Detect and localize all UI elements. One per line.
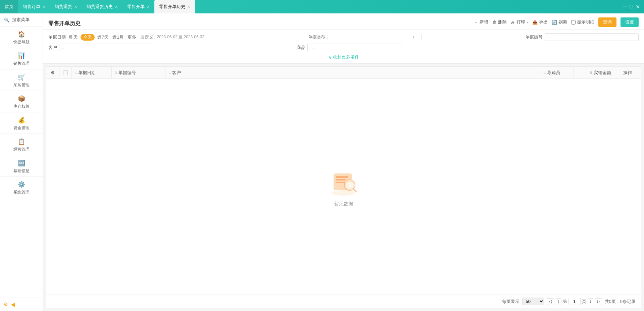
sidebar-item-inventory-label: 库存核算 (13, 104, 30, 109)
sidebar-search[interactable]: 🔍 搜索菜单 (0, 13, 43, 27)
date-option-yesterday[interactable]: 昨天 (68, 34, 79, 41)
tab-home[interactable]: 首页 (0, 0, 18, 13)
tab-sales-return-history[interactable]: 销货退货历史 ✕ (82, 0, 122, 13)
filter-row-1: 单据日期 昨天 今天 近7天 近1月 更多 自定义 2023-06-02 至 2… (48, 33, 639, 41)
th-date-label: 单据日期 (78, 70, 96, 76)
th-action-label: 操作 (623, 70, 632, 76)
sidebar-gear-icon[interactable]: ⚙ (3, 301, 8, 308)
th-amount-label: 实销金额 (594, 70, 611, 76)
th-date[interactable]: ⇅ 单据日期 (71, 67, 112, 79)
next-page-button[interactable]: ⟩ (588, 298, 593, 305)
date-option-today[interactable]: 今天 (81, 34, 95, 41)
print-icon: 🖨 (511, 20, 515, 25)
product-input[interactable]: ... (307, 44, 401, 51)
th-action: 操作 (614, 67, 641, 79)
filter-date: 单据日期 昨天 今天 近7天 近1月 更多 自定义 2023-06-02 至 2… (48, 34, 204, 41)
page-unit: 页 (582, 299, 586, 305)
filter-date-label: 单据日期 (48, 34, 66, 40)
page-header: 零售开单历史 ＋ 新增 🗑 删除 🖨 打印 ▾ 📤 导出 (43, 13, 644, 30)
prev-page-button[interactable]: ⟨ (556, 298, 561, 305)
export-button[interactable]: 📤 导出 (532, 19, 548, 25)
svg-rect-2 (336, 176, 348, 178)
sidebar-item-finance[interactable]: 💰 资金管理 (0, 112, 43, 134)
sidebar-item-quick-nav[interactable]: 🏠 快捷导航 (0, 27, 43, 48)
date-option-last1month[interactable]: 近1月 (111, 34, 125, 41)
header-checkbox[interactable] (63, 70, 68, 75)
tab-retail-open-close[interactable]: ✕ (147, 5, 150, 9)
toolbar: ＋ 新增 🗑 删除 🖨 打印 ▾ 📤 导出 🔄 (474, 17, 639, 30)
filter-row-2: 客户 ... 商品 ... (48, 44, 639, 51)
bill-no-input[interactable] (545, 33, 639, 41)
refresh-label: 刷新 (558, 19, 567, 25)
refresh-icon: 🔄 (552, 20, 557, 25)
tab-sales-order-close[interactable]: ✕ (42, 5, 45, 9)
th-guide[interactable]: ⇅ 导购员 (540, 67, 574, 79)
per-page-label: 每页显示 (502, 299, 519, 305)
first-page-button[interactable]: ⟨⟨ (547, 298, 554, 305)
print-button[interactable]: 🖨 打印 ▾ (511, 19, 528, 25)
date-option-more[interactable]: 更多 (126, 34, 138, 41)
maximize-icon[interactable]: □ (630, 4, 633, 10)
sidebar-item-sys-mgmt-label: 系统管理 (13, 190, 30, 195)
tab-sales-order-label: 销售订单 (23, 4, 40, 10)
sidebar-item-operations-label: 经营管理 (13, 147, 30, 152)
sidebar-collapse-icon[interactable]: ◀ (11, 301, 15, 308)
add-button[interactable]: ＋ 新增 (474, 19, 488, 25)
empty-state: 暂无数据 (46, 79, 641, 295)
window-close-icon[interactable]: ✕ (636, 4, 640, 10)
top-nav: 首页 销售订单 ✕ 销货退货 ✕ 销货退货历史 ✕ 零售开单 ✕ 零售开单历史 … (0, 0, 644, 13)
purchase-icon: 🛒 (18, 73, 25, 81)
sort-guide-icon: ⇅ (543, 71, 546, 74)
sort-customer-icon: ⇅ (168, 71, 171, 74)
query-button[interactable]: 查询 (598, 17, 616, 27)
th-bill-no[interactable]: ⇅ 单据编号 (112, 67, 165, 79)
settings-button[interactable]: 设置 (621, 17, 639, 27)
print-arrow-icon: ▾ (527, 20, 528, 24)
date-option-last7[interactable]: 近7天 (96, 34, 110, 41)
sort-date-icon: ⇅ (74, 71, 77, 74)
th-settings[interactable]: ⚙ (46, 67, 59, 79)
inventory-icon: 📦 (18, 95, 25, 102)
tab-sales-return-close[interactable]: ✕ (74, 5, 77, 9)
date-options: 昨天 今天 近7天 近1月 更多 自定义 (68, 34, 155, 41)
tab-sales-return-history-close[interactable]: ✕ (115, 5, 118, 9)
tab-retail-open[interactable]: 零售开单 ✕ (122, 0, 154, 13)
page-total: 共0页，0条记录 (605, 299, 636, 305)
tab-sales-order[interactable]: 销售订单 ✕ (18, 0, 50, 13)
sidebar-item-inventory[interactable]: 📦 库存核算 (0, 91, 43, 112)
last-page-button[interactable]: ⟩⟩ (595, 298, 602, 305)
th-bill-no-label: 单据编号 (118, 70, 136, 76)
per-page-select[interactable]: 50 20 100 (522, 298, 544, 305)
delete-button[interactable]: 🗑 删除 (492, 19, 507, 25)
th-checkbox[interactable] (59, 67, 71, 79)
sidebar-item-operations[interactable]: 📋 经营管理 (0, 134, 43, 155)
tab-retail-open-label: 零售开单 (127, 4, 145, 10)
page-title: 零售开单历史 (48, 20, 81, 27)
sidebar-item-sales-mgmt-label: 销售管理 (13, 61, 30, 66)
tab-retail-open-history[interactable]: 零售开单历史 ✕ (154, 0, 195, 13)
display-toggle[interactable]: 显示明细 (571, 19, 594, 25)
sidebar-item-purchase-mgmt[interactable]: 🛒 采购管理 (0, 69, 43, 91)
display-toggle-checkbox[interactable] (571, 20, 576, 24)
date-option-custom[interactable]: 自定义 (139, 34, 155, 41)
page-num-input[interactable] (568, 298, 581, 305)
collapse-filter-button[interactable]: ∧ 收起更多条件 (328, 54, 359, 60)
th-amount[interactable]: ⇅ 实销金额 (574, 67, 614, 79)
filter-product-label: 商品 (297, 45, 305, 51)
minimize-icon[interactable]: ─ (623, 4, 627, 10)
sidebar-item-basic-info-label: 基础信息 (13, 168, 30, 174)
search-icon: 🔍 (4, 17, 9, 22)
sidebar-item-sys-mgmt[interactable]: ⚙️ 系统管理 (0, 177, 43, 198)
svg-line-7 (353, 189, 356, 192)
svg-point-0 (332, 190, 355, 196)
sidebar: 🔍 搜索菜单 🏠 快捷导航 📊 销售管理 🛒 采购管理 📦 库存核算 💰 资金管… (0, 13, 43, 311)
tab-retail-open-history-close[interactable]: ✕ (187, 5, 190, 9)
sidebar-item-sales-mgmt[interactable]: 📊 销售管理 (0, 48, 43, 69)
sidebar-item-basic-info[interactable]: 🔤 基础信息 (0, 155, 43, 177)
customer-input[interactable]: ... (59, 44, 153, 51)
refresh-button[interactable]: 🔄 刷新 (552, 19, 567, 25)
bill-type-select[interactable]: ▾ (328, 34, 422, 40)
th-customer[interactable]: ⇅ 客户 (165, 67, 540, 79)
tab-sales-return[interactable]: 销货退货 ✕ (50, 0, 82, 13)
tab-sales-return-label: 销货退货 (55, 4, 72, 10)
